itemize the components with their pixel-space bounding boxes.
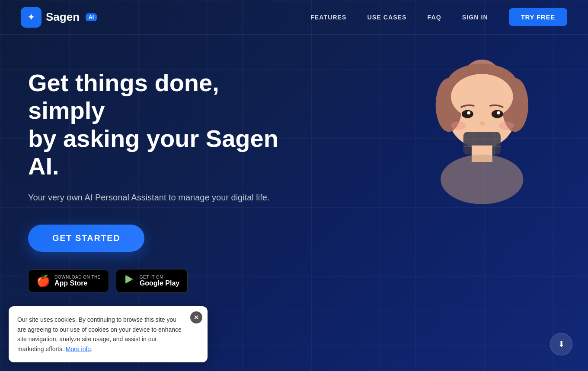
- get-started-button[interactable]: GET STARTED: [28, 225, 144, 252]
- svg-point-12: [480, 121, 485, 126]
- google-badge-text: GET IT ON Google Play: [140, 275, 179, 287]
- nav-sign-in[interactable]: SIGN IN: [462, 14, 488, 21]
- apple-badge-top: Download on the: [54, 275, 101, 279]
- scroll-down-button[interactable]: ⬇: [550, 333, 572, 355]
- apple-badge-text: Download on the App Store: [54, 275, 101, 287]
- navbar: ✦ Sagen AI FEATURES USE CASES FAQ SIGN I…: [0, 0, 588, 35]
- character-svg: [398, 39, 562, 229]
- google-badge-top: GET IT ON: [140, 275, 179, 279]
- cookie-banner: ✕ Our site uses cookies. By continuing t…: [9, 306, 208, 362]
- hero-subtitle: Your very own AI Personal Assistant to m…: [28, 191, 283, 204]
- google-play-badge[interactable]: GET IT ON Google Play: [116, 269, 188, 293]
- apple-badge-main: App Store: [54, 279, 101, 287]
- logo-area[interactable]: ✦ Sagen AI: [21, 7, 97, 28]
- logo-text: Sagen: [46, 10, 80, 24]
- logo-icon: ✦: [21, 7, 42, 28]
- cookie-close-button[interactable]: ✕: [190, 311, 202, 323]
- svg-point-19: [451, 121, 466, 130]
- svg-point-20: [499, 121, 514, 130]
- app-store-badge[interactable]: 🍎 Download on the App Store: [28, 270, 109, 292]
- apple-icon: 🍎: [36, 274, 50, 288]
- nav-use-cases[interactable]: USE CASES: [368, 14, 407, 21]
- nav-faq[interactable]: FAQ: [428, 14, 441, 21]
- logo-badge: AI: [86, 13, 97, 21]
- svg-point-11: [497, 111, 500, 114]
- svg-point-10: [492, 110, 503, 118]
- svg-point-7: [451, 74, 513, 119]
- ai-character: [398, 39, 562, 229]
- try-free-button[interactable]: TRY FREE: [509, 8, 567, 26]
- hero-title: Get things done, simply by asking your S…: [28, 69, 283, 181]
- cookie-more-info-link[interactable]: More info: [66, 346, 91, 352]
- svg-point-8: [462, 110, 473, 118]
- cookie-period: .: [91, 346, 93, 352]
- hero-section: Get things done, simply by asking your S…: [0, 35, 311, 293]
- google-badge-main: Google Play: [140, 279, 179, 287]
- svg-point-9: [467, 111, 470, 114]
- svg-point-22: [441, 155, 523, 204]
- cookie-text: Our site uses cookies. By continuing to …: [17, 316, 182, 352]
- nav-links: FEATURES USE CASES FAQ SIGN IN TRY FREE: [310, 8, 567, 26]
- store-badges: 🍎 Download on the App Store GET IT ON Go…: [28, 269, 283, 293]
- google-play-icon: [124, 274, 135, 288]
- scroll-down-icon: ⬇: [558, 339, 565, 349]
- nav-features[interactable]: FEATURES: [310, 14, 346, 21]
